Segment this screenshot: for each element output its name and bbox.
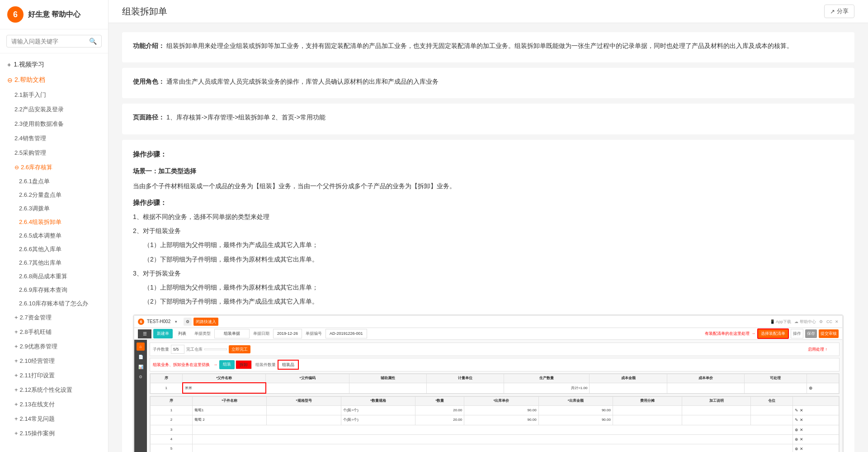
search-icon[interactable]: 🔍 <box>89 38 97 45</box>
sidebar-item-newbie[interactable]: 2.1新手入门 <box>0 88 108 102</box>
step3-1: （1）上部明细为父件明细，最终作为原材料生成其它出库单； <box>144 282 844 293</box>
mock-child-row-3-seq: 3 <box>151 425 193 434</box>
plus-icon9: + <box>14 430 18 437</box>
sidebar-item-coupon[interactable]: +2.9优惠券管理 <box>0 339 108 354</box>
nav-section-1: 1.视频学习 <box>0 57 108 72</box>
mock-child-row-1-price: 90.00 <box>464 405 538 415</box>
sidebar-item-install[interactable]: 2.2产品安装及登录 <box>0 102 108 117</box>
sidebar-item-inventory-7[interactable]: 2.6.7其他出库单 <box>0 256 108 270</box>
mock-right-icons: 📱 App下载 ☁ 帮助中心 ⚙ CC <box>770 318 832 325</box>
sidebar-item-dataprep[interactable]: 2.3使用前数据准备 <box>0 117 108 131</box>
sidebar-item-inventory-4[interactable]: 2.6.4组装拆卸单 <box>0 215 108 229</box>
annotation-2-arrow: → <box>213 361 217 368</box>
docs-children: 2.1新手入门 2.2产品安装及登录 2.3使用前数据准备 2.4销售管理 2.… <box>0 88 108 441</box>
inventory-children: 2.6.1盘点单 2.6.2分量盘点单 2.6.3调拨单 2.6.4组装拆卸单 … <box>0 175 108 310</box>
path-label: 页面路径： <box>133 114 165 121</box>
sidebar-item-settings[interactable]: +2.12系统个性化设置 <box>0 383 108 397</box>
sidebar-item-print[interactable]: +2.11打印设置 <box>0 368 108 383</box>
sidebar-item-inventory-1[interactable]: 2.6.1盘点单 <box>0 175 108 188</box>
sidebar-item-video[interactable]: 1.视频学习 <box>0 57 108 72</box>
step3: 3、对于拆装业务 <box>133 268 844 279</box>
sidebar-item-inventory-3[interactable]: 2.6.3调拨单 <box>0 202 108 215</box>
content-area: 功能介绍： 组装拆卸单用来处理企业组装或拆卸等加工业务，支持有固定装配清单的产品… <box>108 23 868 452</box>
sidebar-item-sales[interactable]: 2.4销售管理 <box>0 131 108 146</box>
mock-field-date-val: 2019-12-26 <box>273 329 302 338</box>
plus-icon5: + <box>14 372 18 379</box>
plus-icon8: + <box>14 415 18 422</box>
sidebar-item-inventory-2[interactable]: 2.6.2分量盘点单 <box>0 188 108 202</box>
mock-child-row-2-qty: 20.00 <box>415 415 464 425</box>
mock-btn-assembly: 选择装配清单 <box>757 328 789 338</box>
mock-del-row-5: ✕ <box>800 447 803 451</box>
mock-chart-icon: 📊 <box>138 363 143 371</box>
nav-section-inventory: ⊖ 2.6库存核算 2.6.1盘点单 2.6.2分量盘点单 2.6.3调拨单 2… <box>0 160 108 310</box>
sidebar-item-docs[interactable]: ⊖ 2.帮助文档 <box>0 72 108 88</box>
mock-btn-confirm: 立即完工 <box>229 345 250 353</box>
path-text: 页面路径： 1、库存核算->库存管理->组装拆卸单 2、首页->常用功能 <box>133 112 844 123</box>
mock-field-date-label: 单据日期 <box>253 330 269 337</box>
page-title: 组装拆卸单 <box>122 5 167 18</box>
sidebar-item-inventory-10[interactable]: 2.6.10库存账本错了怎么办 <box>0 297 108 310</box>
mock-sub-qty: 5/5 <box>171 345 184 354</box>
mock-del-row-3: ✕ <box>800 428 803 432</box>
mock-del-row-4: ✕ <box>800 437 803 442</box>
mock-child-row-2-seq: 2 <box>151 415 193 425</box>
mock-parent-item-1: 米米 <box>183 383 266 393</box>
mock-child-row-2-desc <box>682 415 751 425</box>
steps-title: 操作步骤： <box>133 148 844 160</box>
annotation-1-text: 有装配清单的在这里处理 <box>705 330 750 337</box>
sidebar-item-inventory-8[interactable]: 2.6.8商品成本重算 <box>0 270 108 283</box>
sidebar-item-inventory-5[interactable]: 2.6.5成本调整单 <box>0 229 108 243</box>
top-bar: 组装拆卸单 ↗ 分享 <box>108 0 868 23</box>
sidebar-item-purchase[interactable]: 2.5采购管理 <box>0 146 108 160</box>
sidebar-item-cases[interactable]: +2.15操作案例 <box>0 426 108 441</box>
mock-assemble-qty: 组装品 <box>278 360 299 370</box>
mock-child-row-1-amount: 90.00 <box>538 405 613 415</box>
step3-2: （2）下部明细为子件明细，最终作为产成品生成其它入库单。 <box>144 296 844 307</box>
scenario1-title: 场景一：加工类型选择 <box>133 166 844 177</box>
annotation-1-arrow: → <box>751 330 755 337</box>
path-card: 页面路径： 1、库存核算->库存管理->组装拆卸单 2、首页->常用功能 <box>122 104 854 134</box>
logo-text: 好生意 帮助中心 <box>28 10 80 19</box>
mock-row-add: ⊕ <box>809 385 812 390</box>
sidebar-item-finance[interactable]: +2.7资金管理 <box>0 310 108 325</box>
steps-card: 操作步骤： 场景一：加工类型选择 当由多个子件材料组装成一个成品的业务为【组装】… <box>122 140 854 452</box>
sidebar-item-ops[interactable]: +2.10经营管理 <box>0 354 108 368</box>
plus-icon6: + <box>14 386 18 393</box>
mock-child-row-2-alloc <box>613 415 682 425</box>
intro-text: 功能介绍： 组装拆卸单用来处理企业组装或拆卸等加工业务，支持有固定装配清单的产品… <box>133 40 844 52</box>
steps-sub-title: 操作步骤： <box>133 196 844 209</box>
mock-edit-icon-2: ✎ <box>795 418 798 422</box>
nav-list: 1.视频学习 ⊖ 2.帮助文档 2.1新手入门 2.2产品安装及登录 2.3使用… <box>0 53 108 452</box>
mock-docs-icon: 📄 <box>138 353 143 361</box>
mock-child-row-1-qtyspec: 个(装=个) <box>341 405 415 415</box>
share-button[interactable]: ↗ 分享 <box>824 5 854 18</box>
mock-child-row-1-loc <box>751 405 793 415</box>
mock-close: ✕ <box>835 318 839 325</box>
mock-btn-save: 保存 <box>805 329 817 338</box>
mock-home-icon: ⌂ <box>139 343 142 350</box>
plus-icon3: + <box>14 343 18 350</box>
mock-child-row-2-price: 90.00 <box>464 415 538 425</box>
mock-child-row-2-loc <box>751 415 793 425</box>
sidebar-item-inventory-9[interactable]: 2.6.9库存账本查询 <box>0 283 108 297</box>
mock-type-assemble: 组装 <box>219 360 235 369</box>
mock-field-no-val: AD-20191226-001 <box>326 329 367 338</box>
step2-1: （1）上部明细为父件明细，最终作为产成品生成其它入库单； <box>144 239 844 251</box>
mock-field-no-label: 单据编号 <box>306 330 322 337</box>
mock-edit-icon: ✎ <box>795 408 798 413</box>
mock-child-row-1-desc <box>682 405 751 415</box>
search-input[interactable] <box>11 38 89 45</box>
mock-tab-list: 列表 <box>175 329 190 338</box>
sidebar-item-inventory-6[interactable]: 2.6.6其他入库单 <box>0 243 108 256</box>
sidebar-item-payment[interactable]: +2.13在线支付 <box>0 397 108 412</box>
search-box: 🔍 <box>6 35 102 48</box>
mock-add-row-3: ⊕ <box>795 428 798 432</box>
mock-child-row-1-seq: 1 <box>151 405 193 415</box>
mock-child-row-2-name: 葡萄 2 <box>193 415 267 425</box>
sidebar-item-faq[interactable]: +2.14常见问题 <box>0 412 108 426</box>
step2: 2、对于组装业务 <box>133 225 844 237</box>
sidebar-item-mobile[interactable]: +2.8手机旺铺 <box>0 325 108 339</box>
sidebar-item-inventory[interactable]: ⊖ 2.6库存核算 <box>0 160 108 175</box>
mock-child-row-2-qtyspec: 个(装=个) <box>341 415 415 425</box>
